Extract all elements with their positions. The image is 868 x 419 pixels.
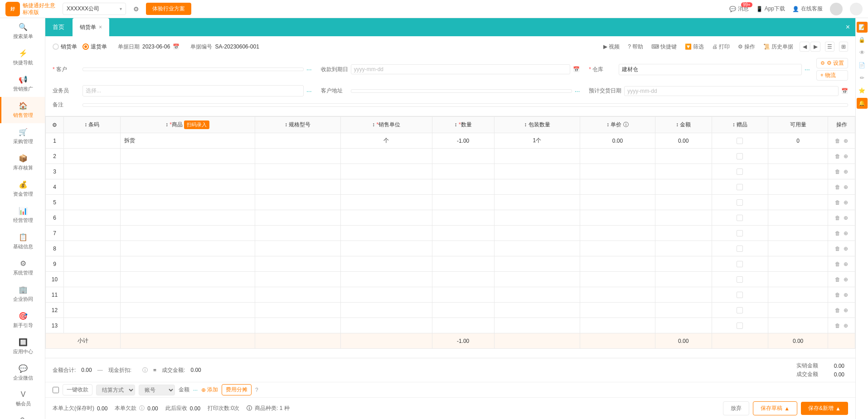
row-barcode[interactable] — [64, 133, 121, 149]
salesperson-input[interactable]: 选择... — [82, 85, 304, 96]
row-pkg-qty[interactable] — [494, 241, 580, 256]
delete-icon[interactable]: 🗑 — [835, 323, 840, 329]
row-barcode[interactable] — [64, 287, 121, 303]
history-btn[interactable]: 📜 历史单据 — [761, 42, 795, 52]
grid-view-btn[interactable]: ⊞ — [839, 42, 848, 52]
next-arrow[interactable]: ▶ — [810, 42, 820, 52]
row-qty[interactable] — [432, 195, 494, 210]
row-qty[interactable] — [432, 287, 494, 303]
copy-icon[interactable]: ⊕ — [844, 199, 848, 206]
th-amount[interactable]: ↕ 金额 — [655, 117, 712, 133]
delete-icon[interactable]: 🗑 — [835, 246, 840, 252]
delete-icon[interactable]: 🗑 — [835, 138, 840, 144]
row-pkg-qty[interactable] — [494, 179, 580, 195]
row-spec[interactable] — [255, 210, 340, 226]
gift-checkbox[interactable] — [737, 215, 743, 221]
row-barcode[interactable] — [64, 210, 121, 226]
sidebar-item-enterprise[interactable]: 🏢 企业协同 — [0, 281, 45, 307]
right-panel-bell-icon[interactable]: 🔔 — [857, 98, 868, 109]
sidebar-item-sales[interactable]: 🏠 销售管理 — [0, 97, 45, 123]
row-amount[interactable] — [655, 149, 712, 164]
row-qty[interactable] — [432, 318, 494, 333]
video-btn[interactable]: ▶ 视频 — [601, 42, 621, 52]
salesperson-dots-icon[interactable]: ··· — [306, 87, 312, 95]
row-unit[interactable] — [340, 195, 432, 210]
info-icon[interactable]: ⓘ — [139, 405, 145, 412]
copy-icon[interactable]: ⊕ — [844, 323, 848, 329]
address-dots-icon[interactable]: ··· — [575, 87, 580, 95]
copy-icon[interactable]: ⊕ — [844, 184, 848, 190]
row-amount[interactable] — [655, 256, 712, 272]
delete-icon[interactable]: 🗑 — [835, 153, 840, 159]
gift-checkbox[interactable] — [737, 184, 743, 190]
row-price[interactable] — [580, 272, 655, 287]
row-spec[interactable] — [255, 226, 340, 241]
row-pkg-qty[interactable]: 1个 — [494, 133, 580, 149]
row-price[interactable] — [580, 210, 655, 226]
row-pkg-qty[interactable] — [494, 318, 580, 333]
sidebar-item-appstore[interactable]: 🔲 应用中心 — [0, 333, 45, 360]
th-spec[interactable]: ↕ 规格型号 — [255, 117, 340, 133]
row-product[interactable] — [120, 149, 255, 164]
delete-icon[interactable]: 🗑 — [835, 169, 840, 175]
sidebar-item-member[interactable]: V 畅会员 — [0, 386, 45, 412]
row-product[interactable] — [120, 226, 255, 241]
row-unit[interactable] — [340, 210, 432, 226]
row-gift[interactable] — [712, 210, 768, 226]
gift-checkbox[interactable] — [737, 307, 743, 313]
sidebar-item-operation[interactable]: 📊 经营管理 — [0, 202, 45, 228]
copy-icon[interactable]: ⊕ — [844, 307, 848, 313]
fee-help-icon[interactable]: ? — [255, 387, 258, 393]
row-gift[interactable] — [712, 303, 768, 318]
gift-checkbox[interactable] — [737, 153, 743, 159]
save-new-button[interactable]: 保存&新增 ▲ — [801, 402, 848, 415]
row-gift[interactable] — [712, 226, 768, 241]
row-price[interactable] — [580, 149, 655, 164]
message-btn[interactable]: 💬 消息 99+ — [729, 5, 749, 13]
sidebar-item-guide[interactable]: 🎯 新手引导 — [0, 307, 45, 333]
tab-active[interactable]: 销货单 × — [73, 18, 109, 36]
th-unit[interactable]: ↕ *销售单位 — [340, 117, 432, 133]
row-barcode[interactable] — [64, 303, 121, 318]
sidebar-item-basic[interactable]: 📋 基础信息 — [0, 228, 45, 255]
row-amount[interactable] — [655, 164, 712, 179]
th-pkg-qty[interactable]: ↕ 包装数量 — [494, 117, 580, 133]
logistics-button[interactable]: + 物流 — [816, 70, 848, 81]
sidebar-item-search[interactable]: 🔍 搜索菜单 — [0, 18, 45, 44]
row-product[interactable] — [120, 195, 255, 210]
row-amount[interactable] — [655, 179, 712, 195]
date-calendar-icon[interactable]: 📅 — [173, 43, 179, 50]
row-price[interactable]: 0.00 — [580, 133, 655, 149]
operate-btn[interactable]: ⚙ 操作 — [736, 42, 757, 52]
row-spec[interactable] — [255, 256, 340, 272]
radio-return[interactable]: 退货单 — [82, 43, 107, 51]
dots-icon[interactable]: ··· — [193, 387, 198, 393]
row-gift[interactable] — [712, 318, 768, 333]
row-spec[interactable] — [255, 303, 340, 318]
row-product[interactable] — [120, 210, 255, 226]
row-barcode[interactable] — [64, 149, 121, 164]
warehouse-dots-icon[interactable]: ··· — [805, 66, 810, 73]
settings-button[interactable]: ⚙ ⚙ 设置 — [816, 58, 848, 68]
row-product[interactable] — [120, 287, 255, 303]
prev-arrow[interactable]: ◀ — [800, 42, 810, 52]
row-price[interactable] — [580, 195, 655, 210]
gift-checkbox[interactable] — [737, 276, 743, 283]
right-panel-edit-icon[interactable]: 📝 — [857, 22, 868, 33]
sidebar-item-finance[interactable]: 💰 资金管理 — [0, 176, 45, 202]
sidebar-settings-btn[interactable]: ⚙ — [0, 412, 45, 419]
row-pkg-qty[interactable] — [494, 164, 580, 179]
account-select[interactable]: 账号 — [139, 385, 175, 395]
delete-icon[interactable]: 🗑 — [835, 230, 840, 236]
expected-calendar-icon[interactable]: 📅 — [841, 88, 848, 94]
app-download-btn[interactable]: 📱 App下载 — [756, 5, 785, 13]
row-pkg-qty[interactable] — [494, 272, 580, 287]
sidebar-item-wechat[interactable]: 💬 企业微信 — [0, 360, 45, 386]
row-qty[interactable] — [432, 149, 494, 164]
row-unit[interactable] — [340, 149, 432, 164]
delete-icon[interactable]: 🗑 — [835, 261, 840, 267]
expected-date-input[interactable]: yyyy-mm-dd — [624, 86, 839, 96]
customer-dots-icon[interactable]: ··· — [306, 66, 312, 73]
row-qty[interactable] — [432, 164, 494, 179]
row-barcode[interactable] — [64, 256, 121, 272]
